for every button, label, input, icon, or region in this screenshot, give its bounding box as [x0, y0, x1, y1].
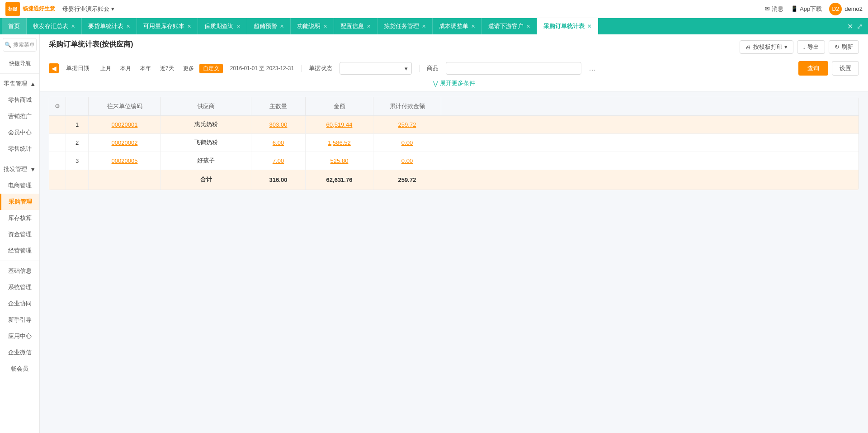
tab-cost-adjust[interactable]: 成本调整单 ✕	[433, 18, 482, 34]
td-code[interactable]: 00020002	[89, 133, 161, 152]
sidebar-item-wechat-label: 企业微信	[8, 348, 32, 357]
sidebar-item-marketing-label: 营销推广	[8, 112, 32, 120]
tab-available-stock[interactable]: 可用量库存账本 ✕	[137, 18, 198, 34]
td-amount[interactable]: 1,586.52	[306, 133, 373, 152]
message-btn[interactable]: ✉ 消息	[765, 5, 783, 13]
query-btn[interactable]: 查询	[798, 61, 828, 76]
sidebar-item-system-mgmt[interactable]: 系统管理	[0, 279, 39, 295]
tfoot-label	[89, 170, 161, 190]
close-icon[interactable]: ✕	[323, 24, 327, 29]
user-area[interactable]: D2 demo2	[829, 3, 863, 15]
sidebar-item-finance-mgmt[interactable]: 资金管理	[0, 226, 39, 243]
td-code[interactable]: 00020001	[89, 115, 161, 133]
table-row[interactable]: 3 00020005 好孩子 7.00 525.80 0.00	[49, 152, 859, 170]
td-paid[interactable]: 0.00	[373, 152, 441, 170]
td-qty[interactable]: 6.00	[251, 133, 306, 152]
date-btn-last-month[interactable]: 上月	[97, 64, 115, 73]
tab-function-desc[interactable]: 功能说明 ✕	[291, 18, 334, 34]
tab-available-stock-label: 可用量库存账本	[143, 22, 184, 30]
sidebar-item-retail-stats[interactable]: 零售统计	[0, 141, 39, 157]
sidebar-item-enterprise-coop[interactable]: 企业协同	[0, 295, 39, 312]
td-paid[interactable]: 259.72	[373, 115, 441, 133]
sidebar-item-enterprise-wechat[interactable]: 企业微信	[0, 344, 39, 361]
sidebar-item-ecommerce-label: 电商管理	[8, 181, 32, 190]
td-amount[interactable]: 525.80	[306, 152, 373, 170]
sidebar-item-basic-info[interactable]: 基础信息	[0, 263, 39, 279]
sidebar: 🔍 搜索菜单 快捷导航 零售管理 ▲ 零售商城 营销推广 会员中心 零售统计 批…	[0, 34, 40, 433]
sidebar-item-wholesale-mgmt[interactable]: 批发管理 ▼	[0, 161, 39, 177]
td-qty[interactable]: 303.00	[251, 115, 306, 133]
close-icon[interactable]: ✕	[236, 24, 241, 29]
close-icon[interactable]: ✕	[471, 24, 475, 29]
close-icon[interactable]: ✕	[422, 24, 426, 29]
td-supplier: 好孩子	[161, 152, 251, 170]
search-menu-btn[interactable]: 🔍 搜索菜单	[3, 38, 37, 52]
close-icon[interactable]: ✕	[71, 24, 75, 29]
column-settings-icon[interactable]: ⚙	[55, 103, 60, 109]
sidebar-item-retail-management-label: 零售管理	[4, 80, 27, 88]
status-select[interactable]: ▾	[340, 62, 412, 75]
tab-expiry-query[interactable]: 保质期查询 ✕	[198, 18, 247, 34]
sidebar-item-purchase-mgmt[interactable]: 采购管理	[0, 194, 39, 210]
tab-purchase-order-summary[interactable]: 采购订单统计表 ✕	[537, 18, 598, 34]
sidebar-item-retail-store[interactable]: 零售商城	[0, 92, 39, 108]
sidebar-item-marketing[interactable]: 营销推广	[0, 108, 39, 124]
filter-settings-btn[interactable]: 设置	[832, 61, 859, 76]
td-paid[interactable]: 0.00	[373, 133, 441, 152]
td-amount[interactable]: 60,519.44	[306, 115, 373, 133]
tab-config-info[interactable]: 配置信息 ✕	[334, 18, 377, 34]
date-btn-7-days[interactable]: 近7天	[156, 64, 178, 73]
tab-order-summary[interactable]: 要货单统计表 ✕	[82, 18, 137, 34]
tab-overstock[interactable]: 超储预警 ✕	[247, 18, 291, 34]
user-name: demo2	[844, 5, 863, 12]
td-qty[interactable]: 7.00	[251, 152, 306, 170]
nav-maximize-btn[interactable]: ⤢	[857, 22, 863, 31]
export-btn[interactable]: ↓ 导出	[797, 40, 826, 54]
export-icon: ↓	[803, 43, 806, 50]
date-btn-more[interactable]: 更多	[179, 64, 198, 73]
table-row[interactable]: 2 00020002 飞鹤奶粉 6.00 1,586.52 0.00	[49, 133, 859, 152]
sidebar-quick-nav[interactable]: 快捷导航	[0, 55, 39, 71]
sidebar-item-retail-management[interactable]: 零售管理 ▲	[0, 76, 39, 92]
status-dropdown-icon: ▾	[405, 65, 408, 72]
sidebar-item-ecommerce-mgmt[interactable]: 电商管理	[0, 177, 39, 194]
sidebar-item-operation-mgmt[interactable]: 经营管理	[0, 243, 39, 259]
tab-home[interactable]: 首页	[2, 18, 27, 34]
tab-invite-downstream[interactable]: 邀请下游客户 ✕	[482, 18, 537, 34]
filter-section: ◀ 单据日期 上月 本月 本年 近7天 更多 自定义 2016-01-01 至 …	[40, 57, 868, 91]
goods-input[interactable]	[446, 62, 581, 75]
table-row[interactable]: 1 00020001 惠氏奶粉 303.00 60,519.44 259.72	[49, 115, 859, 133]
sidebar-item-inventory-check[interactable]: 库存核算	[0, 210, 39, 226]
chevron-right-icon: ▼	[30, 166, 36, 173]
tab-collect-summary[interactable]: 收发存汇总表 ✕	[27, 18, 82, 34]
close-icon[interactable]: ✕	[587, 24, 591, 29]
date-btn-this-month[interactable]: 本月	[117, 64, 135, 73]
nav-close-btn[interactable]: ✕	[847, 22, 853, 31]
refresh-btn[interactable]: ↻ 刷新	[829, 40, 859, 54]
close-icon[interactable]: ✕	[126, 24, 130, 29]
close-icon[interactable]: ✕	[187, 24, 191, 29]
app-download-btn[interactable]: 📱 App下载	[791, 5, 822, 13]
td-code[interactable]: 00020005	[89, 152, 161, 170]
sidebar-divider-1	[0, 73, 39, 74]
filter-toggle-btn[interactable]: ◀	[49, 63, 59, 73]
table-footer-row: 合计 316.00 62,631.76 259.72	[49, 170, 859, 190]
close-icon[interactable]: ✕	[367, 24, 371, 29]
goods-more-icon[interactable]: …	[589, 64, 596, 72]
sidebar-item-free-member[interactable]: 畅会员	[0, 361, 39, 377]
sidebar-item-member-center[interactable]: 会员中心	[0, 124, 39, 141]
sidebar-item-newbie-label: 新手引导	[8, 316, 32, 324]
sidebar-item-newbie-guide[interactable]: 新手引导	[0, 312, 39, 328]
date-shortcuts: 上月 本月 本年 近7天 更多 自定义	[97, 64, 223, 73]
close-icon[interactable]: ✕	[526, 24, 530, 29]
expand-more-btn[interactable]: ⋁ 展开更多条件	[433, 79, 475, 87]
print-btn[interactable]: 🖨 按模板打印 ▾	[740, 40, 793, 54]
sidebar-item-enterprise-label: 企业协同	[8, 300, 32, 308]
main-layout: 🔍 搜索菜单 快捷导航 零售管理 ▲ 零售商城 营销推广 会员中心 零售统计 批…	[0, 34, 868, 433]
tab-picking-task[interactable]: 拣货任务管理 ✕	[377, 18, 433, 34]
top-bar-left: 标服 畅捷通好生意 母婴行业演示账套 ▾	[5, 2, 118, 16]
workspace-selector[interactable]: 母婴行业演示账套 ▾	[59, 3, 118, 15]
close-icon[interactable]: ✕	[280, 24, 284, 29]
date-btn-this-year[interactable]: 本年	[137, 64, 155, 73]
sidebar-item-app-center[interactable]: 应用中心	[0, 328, 39, 344]
